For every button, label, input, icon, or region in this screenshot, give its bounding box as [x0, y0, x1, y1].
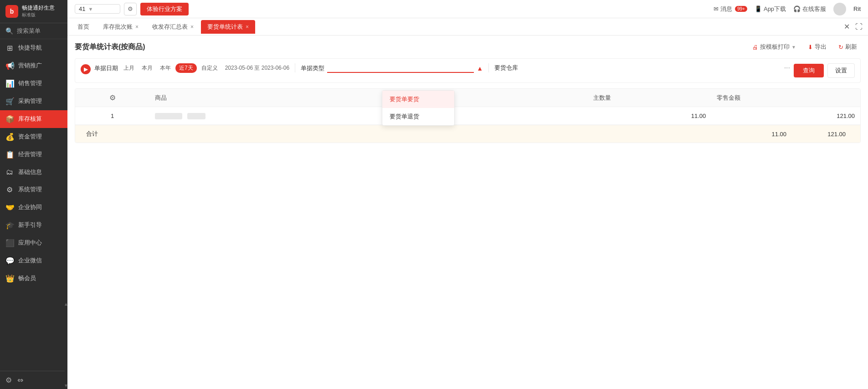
guide-icon: 🎓 [5, 221, 14, 230]
row-qty: 11.00 [588, 107, 711, 125]
date-range-display: 2023-05-06 至 2023-06-06 [225, 64, 289, 72]
col-settings-icon[interactable]: ⚙ [109, 93, 116, 102]
tab-home[interactable]: 首页 [71, 20, 96, 34]
tab-order-summary-label: 要货单统计表 [207, 23, 243, 31]
tab-inventory-batch-close[interactable]: × [135, 24, 139, 30]
gear-icon: ⚙ [128, 5, 133, 12]
tab-expand-icon[interactable]: ⛶ [853, 21, 864, 33]
sidebar-settings-icon[interactable]: ⚙ [5, 376, 12, 384]
tab-order-summary-close[interactable]: × [246, 24, 249, 30]
sidebar-item-app-center[interactable]: ⬛ 应用中心 [0, 234, 67, 252]
online-service-label: 在线客服 [802, 5, 826, 13]
sidebar-item-quick-nav[interactable]: ⊞ 快捷导航 [0, 39, 67, 57]
query-button[interactable]: 查询 [794, 64, 824, 77]
print-btn[interactable]: 🖨 按模板打印 ▼ [749, 41, 800, 53]
user-name: Rit [853, 5, 861, 12]
export-icon: ⬇ [808, 44, 813, 51]
sidebar-item-purchase[interactable]: 🛒 采购管理 [0, 92, 67, 110]
scroll-down-btn[interactable]: ▼ [63, 382, 69, 389]
app-download-action[interactable]: 📱 App下载 [755, 5, 786, 13]
logo-title: 畅捷通好生意 [22, 5, 55, 12]
dropdown-item-order-return[interactable]: 要货单退货 [382, 108, 454, 125]
date-btn-this-year[interactable]: 本年 [157, 63, 174, 73]
type-filter-input[interactable] [327, 63, 474, 73]
logo-text-block: 畅捷通好生意 标准版 [22, 5, 55, 18]
footer-qty: 11.00 [709, 131, 800, 138]
filter-actions: 查询 设置 [794, 63, 855, 78]
export-btn[interactable]: ⬇ 导出 [804, 41, 830, 53]
type-filter-chevron-icon[interactable]: ▲ [477, 65, 483, 72]
col-settings: ⚙ [75, 89, 149, 107]
table-header: ⚙ 商品 主计量单位 主数量 零售金额 [75, 89, 860, 107]
data-table: ⚙ 商品 主计量单位 主数量 零售金额 1 [75, 88, 861, 143]
sidebar-item-member[interactable]: 👑 畅会员 [0, 270, 67, 287]
filter-bar: ▶ 单据日期 上月 本月 本年 近7天 自定义 2023-05-06 至 202… [75, 58, 861, 83]
sidebar-item-guide[interactable]: 🎓 新手引导 [0, 216, 67, 234]
refresh-btn[interactable]: ↻ 刷新 [835, 41, 861, 53]
filter-expand-btn[interactable]: ▶ [81, 64, 91, 74]
page-title: 要货单统计表(按商品) [75, 42, 145, 52]
sidebar-item-basics[interactable]: 🗂 基础信息 [0, 164, 67, 181]
enterprise-label: 企业协同 [18, 203, 42, 211]
warehouse-filter-more-icon[interactable]: ··· [784, 64, 790, 72]
footer-label: 合计 [81, 130, 181, 138]
sidebar-item-marketing[interactable]: 📢 营销推广 [0, 57, 67, 75]
date-btn-custom[interactable]: 自定义 [199, 63, 221, 73]
header-gear-button[interactable]: ⚙ [124, 3, 137, 15]
online-service-action[interactable]: 🎧 在线客服 [793, 5, 826, 13]
sidebar-item-enterprise[interactable]: 🤝 企业协同 [0, 199, 67, 216]
col-goods: 商品 [149, 89, 414, 107]
main: 41 ▼ ⚙ 体验行业方案 ✉ 消息 99+ 📱 App下载 🎧 在线客服 [67, 0, 868, 389]
tab-receive-summary[interactable]: 收发存汇总表 × [146, 20, 200, 34]
sidebar-item-system[interactable]: ⚙ 系统管理 [0, 181, 67, 199]
sidebar-item-inventory[interactable]: 📦 库存核算 [0, 110, 67, 128]
finance-icon: 💰 [5, 133, 14, 141]
footer-amount: 121.00 [800, 131, 855, 138]
warehouse-filter-label: 要货仓库 [494, 64, 518, 72]
messages-action[interactable]: ✉ 消息 99+ [714, 5, 747, 13]
system-label: 系统管理 [18, 185, 42, 194]
row-amount: 121.00 [711, 107, 860, 125]
title-actions: 🖨 按模板打印 ▼ ⬇ 导出 ↻ 刷新 [749, 41, 861, 53]
tabs-bar: 首页 库存批次账 × 收发存汇总表 × 要货单统计表 × ✕ ⛶ [67, 18, 868, 36]
tab-inventory-batch[interactable]: 库存批次账 × [97, 20, 145, 34]
warehouse-filter-input[interactable] [521, 63, 781, 72]
sales-label: 销售管理 [18, 79, 42, 87]
store-selector[interactable]: 41 ▼ [75, 4, 120, 14]
inventory-icon: 📦 [5, 115, 14, 123]
scroll-up-btn[interactable]: ▲ [63, 301, 69, 307]
date-btn-last-7days[interactable]: 近7天 [175, 63, 197, 73]
sidebar-collapse-icon[interactable]: ⇔ [17, 376, 23, 384]
messages-badge: 99+ [735, 6, 747, 12]
sales-icon: 📊 [5, 79, 14, 88]
export-label: 导出 [815, 43, 827, 51]
phone-icon: 📱 [755, 5, 762, 12]
date-btn-last-month[interactable]: 上月 [121, 63, 137, 73]
search-menu[interactable]: 🔍 搜索菜单 [0, 23, 67, 39]
date-btn-this-month[interactable]: 本月 [139, 63, 155, 73]
search-icon: 🔍 [5, 27, 13, 35]
sidebar-item-wechat[interactable]: 💬 企业微信 [0, 252, 67, 270]
sidebar-nav: ⊞ 快捷导航 📢 营销推广 📊 销售管理 🛒 采购管理 📦 库存核算 💰 资金管… [0, 39, 67, 371]
sidebar-item-operations[interactable]: 📋 经营管理 [0, 146, 67, 164]
sidebar-item-finance[interactable]: 💰 资金管理 [0, 128, 67, 146]
user-avatar[interactable] [833, 3, 846, 15]
guide-label: 新手引导 [18, 221, 42, 229]
inventory-label: 库存核算 [18, 115, 42, 123]
tab-receive-summary-label: 收发存汇总表 [152, 23, 188, 31]
tab-close-all-icon[interactable]: ✕ [842, 20, 852, 33]
sidebar-logo: b 畅捷通好生意 标准版 [0, 0, 67, 23]
sidebar-item-sales[interactable]: 📊 销售管理 [0, 75, 67, 92]
tab-receive-summary-close[interactable]: × [190, 24, 194, 30]
dropdown-item-order-goods[interactable]: 要货单要货 [382, 91, 454, 108]
tab-home-label: 首页 [77, 23, 89, 31]
tab-order-summary[interactable]: 要货单统计表 × [201, 20, 255, 34]
table-body: 1 块 11.00 121.00 [75, 107, 860, 125]
trial-button[interactable]: 体验行业方案 [140, 3, 189, 15]
search-menu-label: 搜索菜单 [17, 27, 41, 35]
date-buttons: 上月 本月 本年 近7天 自定义 [121, 63, 221, 73]
print-icon: 🖨 [752, 44, 758, 51]
settings-button[interactable]: 设置 [827, 63, 855, 78]
print-chevron: ▼ [791, 45, 796, 50]
logo-sub: 标准版 [22, 12, 55, 18]
